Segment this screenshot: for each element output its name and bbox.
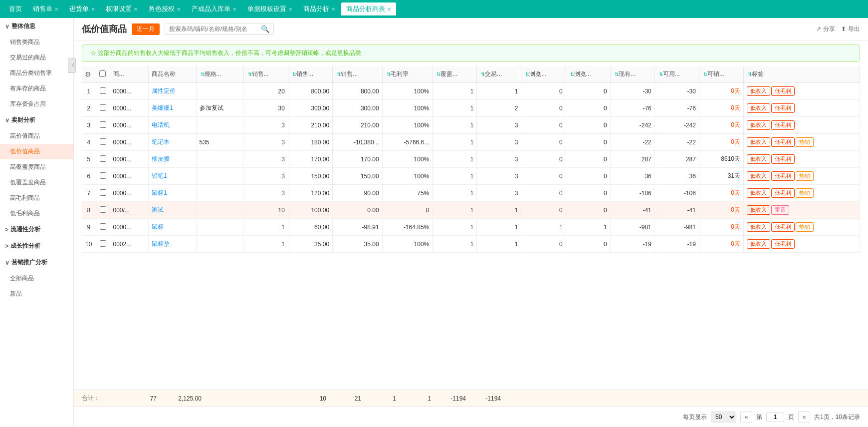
total-s2: 2,125.00 — [160, 395, 205, 402]
cell-s2: 150.00 — [288, 168, 332, 185]
nav-close-product-in[interactable]: ✕ — [232, 6, 236, 12]
sidebar-section-financial[interactable]: ∨ 卖财分析 — [0, 112, 73, 128]
nav-product-in[interactable]: 产成品入库单 ✕ — [187, 2, 241, 15]
export-button[interactable]: ⬆ 导出 — [841, 25, 860, 33]
cell-name[interactable]: 鼠标 — [149, 219, 196, 236]
cell-trade: 3 — [477, 185, 521, 202]
sidebar-item-traded[interactable]: 交易过的商品 — [0, 50, 73, 65]
page-number-input[interactable] — [766, 412, 784, 422]
sidebar-item-high-coverage[interactable]: 高覆盖度商品 — [0, 159, 73, 175]
sidebar-item-category-rate[interactable]: 商品分类销售率 — [0, 65, 73, 81]
sidebar-section-marketing[interactable]: ∨ 营销推广分析 — [0, 254, 73, 271]
cell-check[interactable] — [96, 151, 110, 168]
sidebar-section-overall[interactable]: ∨ 整体信息 — [0, 18, 73, 34]
nav-close-goods-analysis[interactable]: ✕ — [331, 6, 335, 12]
cell-bv2: 0 — [566, 151, 610, 168]
cell-check[interactable] — [96, 202, 110, 219]
cell-s1: 30 — [243, 100, 288, 117]
nav-purchase[interactable]: 进货单 ✕ — [64, 2, 100, 15]
row-checkbox[interactable] — [100, 172, 106, 179]
cell-name[interactable]: 鼠标垫 — [149, 236, 196, 253]
cell-s2: 210.00 — [288, 117, 332, 134]
cell-check[interactable] — [96, 117, 110, 134]
cell-name[interactable]: 橡皮擦 — [149, 151, 196, 168]
sidebar-item-low-margin[interactable]: 低毛利商品 — [0, 206, 73, 221]
tag-低收入: 低收入 — [747, 188, 770, 198]
sidebar-item-has-stock[interactable]: 有库存的商品 — [0, 81, 73, 96]
sidebar-collapse-btn[interactable]: 《 — [68, 58, 76, 73]
nav-permission[interactable]: 权限设置 ✕ — [101, 2, 143, 15]
cell-check[interactable] — [96, 100, 110, 117]
col-tag: ⇅标签 — [744, 66, 860, 83]
cell-check[interactable] — [96, 236, 110, 253]
tag-低毛利: 低毛利 — [771, 103, 795, 113]
row-checkbox[interactable] — [100, 104, 106, 111]
cell-check[interactable] — [96, 134, 110, 151]
row-checkbox[interactable] — [100, 189, 106, 196]
search-input[interactable] — [169, 25, 259, 32]
arrow-icon-2: ∨ — [5, 117, 9, 124]
row-checkbox[interactable] — [100, 87, 106, 94]
tag-低毛利: 低毛利 — [771, 239, 795, 249]
nav-close-role[interactable]: ✕ — [177, 6, 181, 12]
cell-check[interactable] — [96, 83, 110, 100]
cell-name[interactable]: 铅笔1 — [149, 168, 196, 185]
nav-close-goods-list[interactable]: ✕ — [387, 6, 391, 12]
sidebar-item-new-goods[interactable]: 新品 — [0, 286, 73, 302]
nav-close-sales[interactable]: ✕ — [54, 6, 58, 12]
sidebar-item-low-value[interactable]: 低价值商品 — [0, 144, 73, 159]
gear-icon[interactable]: ⚙ — [85, 70, 91, 78]
per-page-select[interactable]: 50 100 200 — [711, 412, 736, 423]
cell-name[interactable]: 属性定价 — [149, 83, 196, 100]
nav-template[interactable]: 单据模板设置 ✕ — [242, 2, 297, 15]
cell-no: 2 — [82, 100, 96, 117]
time-filter-button[interactable]: 近一月 — [132, 23, 160, 35]
sidebar-item-high-value[interactable]: 高价值商品 — [0, 128, 73, 144]
cell-name[interactable]: 吴细细1 — [149, 100, 196, 117]
nav-close-template[interactable]: ✕ — [288, 6, 292, 12]
nav-goods-analysis[interactable]: 商品分析 ✕ — [298, 2, 340, 15]
sidebar-item-stock-fund[interactable]: 库存资金占用 — [0, 96, 73, 112]
next-page-btn[interactable]: » — [798, 411, 810, 423]
cell-name[interactable]: 笔记本 — [149, 134, 196, 151]
sidebar-item-high-margin[interactable]: 高毛利商品 — [0, 190, 73, 206]
cell-trade: 1 — [477, 83, 521, 100]
first-page-btn[interactable]: « — [740, 411, 752, 423]
row-checkbox[interactable] — [100, 223, 106, 230]
row-checkbox[interactable] — [100, 138, 106, 145]
row-checkbox[interactable] — [100, 240, 106, 247]
sidebar-item-low-coverage[interactable]: 低覆盖度商品 — [0, 175, 73, 190]
cell-name[interactable]: 测试 — [149, 202, 196, 219]
nav-close-permission[interactable]: ✕ — [134, 6, 138, 12]
cell-check[interactable] — [96, 168, 110, 185]
col-margin: ⇅毛利率 — [382, 66, 433, 83]
sidebar-item-sales-category[interactable]: 销售类商品 — [0, 34, 73, 50]
row-checkbox[interactable] — [100, 155, 106, 162]
row-checkbox[interactable] — [100, 206, 106, 213]
sidebar-section-growth[interactable]: > 成长性分析 — [0, 238, 73, 254]
nav-home[interactable]: 首页 — [4, 2, 27, 15]
nav-close-purchase[interactable]: ✕ — [91, 6, 95, 12]
col-gear[interactable]: ⚙ — [82, 66, 96, 83]
cell-s3: -10,380... — [333, 134, 383, 151]
row-checkbox[interactable] — [100, 121, 106, 128]
cell-sellable: 0天 — [699, 83, 743, 100]
cell-check[interactable] — [96, 185, 110, 202]
cell-spec — [196, 185, 243, 202]
cell-tags: 低收入低毛利热销 — [744, 185, 860, 202]
col-name: 商品名称 — [149, 66, 196, 83]
cell-check[interactable] — [96, 219, 110, 236]
sidebar-item-all-goods[interactable]: 全部商品 — [0, 271, 73, 286]
sidebar-section-liquidity[interactable]: > 流通性分析 — [0, 221, 73, 238]
select-all-checkbox[interactable] — [99, 70, 106, 77]
cell-name[interactable]: 电话机 — [149, 117, 196, 134]
nav-goods-analysis-list[interactable]: 商品分析列表 ✕ — [341, 2, 396, 15]
cell-name[interactable]: 鼠标1 — [149, 185, 196, 202]
cell-code: 0000... — [110, 83, 149, 100]
share-button[interactable]: ↗ 分享 — [816, 25, 835, 33]
nav-role[interactable]: 角色授权 ✕ — [144, 2, 186, 15]
search-icon[interactable]: 🔍 — [261, 25, 269, 33]
nav-sales[interactable]: 销售单 ✕ — [28, 2, 63, 15]
cell-s4: -5766.6... — [382, 134, 433, 151]
col-available: ⇅可用... — [654, 66, 699, 83]
